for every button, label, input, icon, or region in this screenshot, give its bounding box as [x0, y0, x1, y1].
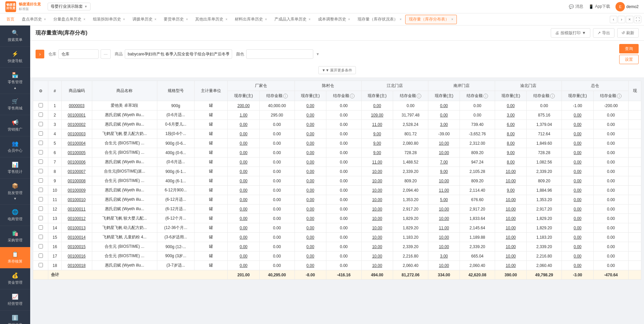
tab-close[interactable]: × [84, 17, 86, 21]
info-icon[interactable]: i [483, 94, 488, 98]
sidebar-item-quicknav[interactable]: ⚡ 快捷导航 [0, 47, 30, 68]
tab-close[interactable]: × [225, 17, 227, 21]
color-input[interactable] [246, 49, 313, 59]
sidebar-item-wholesale[interactable]: 📦 批发管理 ▼ [0, 179, 30, 205]
tab-close[interactable]: × [400, 17, 402, 21]
tab-transfer[interactable]: 调拨单历史 × [129, 15, 160, 24]
refresh-btn[interactable]: ↺ 刷新 [617, 28, 639, 38]
sidebar-item-ops[interactable]: 📈 经营管理 [0, 289, 30, 311]
info-icon[interactable]: i [350, 94, 355, 98]
th-na-amt: 结存金额i [460, 91, 495, 101]
nav-right-btn[interactable]: › [618, 16, 625, 23]
tab-close[interactable]: × [186, 17, 188, 21]
tab-close[interactable]: × [123, 17, 125, 21]
sidebar-item-search[interactable]: 🔍 搜索英单 [0, 26, 30, 47]
industry-selector[interactable]: 母婴行业演示陈套 ▼ [48, 3, 91, 10]
tab-split-stock[interactable]: 分量盘点单历史 × [50, 15, 89, 24]
message-btn[interactable]: 💬 消息 [569, 4, 583, 9]
row-extra [629, 148, 641, 157]
tab-purchase[interactable]: 要货单历史 × [160, 15, 192, 24]
tab-other-out[interactable]: 其他出库单历史 × [192, 15, 231, 24]
tab-stock-dist[interactable]: 现存量（库存分布表） × [405, 15, 457, 24]
collapse-btn[interactable]: › [36, 50, 44, 58]
tab-group[interactable]: 组装拆卸单历史 × [89, 15, 129, 24]
row-checkbox[interactable] [33, 204, 48, 214]
row-checkbox[interactable] [33, 110, 48, 120]
sidebar-item-marketing[interactable]: 📢 营销推广 [0, 115, 30, 136]
info-icon[interactable]: i [550, 94, 555, 98]
row-checkbox[interactable] [33, 139, 48, 148]
sidebar-item-inventory[interactable]: 📋 库存核算 [0, 247, 30, 268]
row-checkbox[interactable] [33, 261, 48, 270]
row-f-stock: 0.00 [228, 129, 259, 139]
row-f-amt: 0.00 [259, 251, 294, 261]
th-gear[interactable]: ⚙ [33, 81, 48, 101]
gear-icon[interactable]: ⚙ [38, 88, 44, 94]
row-index: 12 [48, 204, 61, 214]
goods-input[interactable] [125, 49, 232, 59]
tab-close[interactable]: × [265, 17, 267, 21]
row-index: 3 [48, 120, 61, 129]
row-checkbox[interactable] [33, 233, 48, 242]
export-btn[interactable]: ↗ 导出 [593, 28, 614, 38]
info-icon[interactable]: i [283, 94, 288, 98]
tab-material-out[interactable]: 材料出库单历史 × [231, 15, 271, 24]
row-checkbox[interactable] [33, 120, 48, 129]
sidebar-item-retail-store[interactable]: 🛒 零售商城 [0, 94, 30, 115]
warehouse-input[interactable] [58, 49, 99, 59]
tab-close[interactable]: × [309, 17, 311, 21]
tab-close[interactable]: × [44, 17, 46, 21]
sidebar-item-basic[interactable]: ℹ️ 基础信息 [0, 311, 30, 324]
sidebar-item-retail-mgr[interactable]: 🏪 零售管理 ▲ [0, 68, 30, 94]
info-icon[interactable]: i [617, 94, 622, 98]
tab-close[interactable]: × [348, 17, 350, 21]
row-na-stock: 7.00 [428, 157, 460, 167]
tab-stock-history[interactable]: 盘点单历史 × [18, 15, 50, 24]
query-btn[interactable]: 查询 [619, 44, 639, 53]
row-checkbox[interactable] [33, 129, 48, 139]
row-checkbox[interactable] [33, 167, 48, 176]
row-jb-stock: 10.00 [361, 233, 393, 242]
sidebar-label: 营销推广 [8, 127, 22, 132]
sidebar-item-purchase[interactable]: 🛍️ 采购管理 [0, 226, 30, 247]
sidebar-item-ecom[interactable]: 🌐 电商管理 [0, 205, 30, 226]
tab-close[interactable]: × [451, 17, 453, 21]
row-checkbox[interactable] [33, 223, 48, 233]
row-checkbox[interactable] [33, 251, 48, 261]
row-jb-stock: 9.00 [361, 129, 393, 139]
tab-home[interactable]: 首页 [3, 15, 18, 24]
row-f-amt: 0.00 [259, 167, 294, 176]
sidebar-item-member[interactable]: 👥 会员中心 [0, 136, 30, 157]
row-checkbox[interactable] [33, 148, 48, 157]
sidebar-item-finance[interactable]: 💰 资金管理 [0, 268, 30, 289]
warehouse-dots-btn[interactable]: ··· [101, 49, 111, 59]
nav-close-btn[interactable]: × [626, 16, 633, 23]
row-checkbox[interactable] [33, 195, 48, 204]
row-unit: 罐 [194, 110, 228, 120]
row-t-amt: 0.00 [593, 139, 629, 148]
tab-cost-adjust[interactable]: 成本调整单历史 × [314, 15, 354, 24]
tab-stock-status[interactable]: 现存量（库存状况表） × [354, 15, 406, 24]
info-icon[interactable]: i [417, 94, 421, 98]
row-f-stock: 0.00 [228, 157, 259, 167]
nav-expand-btn[interactable]: ⛶ [634, 16, 641, 23]
row-unit: 罐 [194, 223, 228, 233]
row-checkbox[interactable] [33, 101, 48, 110]
row-yb-amt: 2,917.20 [527, 204, 562, 214]
setting-btn[interactable]: 设置 [619, 55, 639, 64]
tab-product-in[interactable]: 产成品入库单历史 × [271, 15, 314, 24]
row-checkbox[interactable] [33, 157, 48, 167]
row-checkbox[interactable] [33, 176, 48, 186]
print-btn[interactable]: 🖨 按模版打印 ▼ [551, 28, 590, 38]
tab-close[interactable]: × [155, 17, 157, 21]
user-profile[interactable]: E demo2 [615, 2, 639, 11]
row-checkbox[interactable] [33, 242, 48, 251]
row-yb-stock: 6.00 [495, 120, 527, 129]
th-current-extra: 现 [629, 81, 641, 101]
app-download-btn[interactable]: 📱 App下载 [589, 4, 610, 9]
sidebar-item-retail-stats[interactable]: 📊 零售统计 [0, 157, 30, 179]
nav-left-btn[interactable]: ‹ [610, 16, 617, 23]
row-checkbox[interactable] [33, 214, 48, 223]
row-checkbox[interactable] [33, 186, 48, 195]
expand-more-btn[interactable]: ▼▼ 展开更多条件 [318, 66, 356, 74]
